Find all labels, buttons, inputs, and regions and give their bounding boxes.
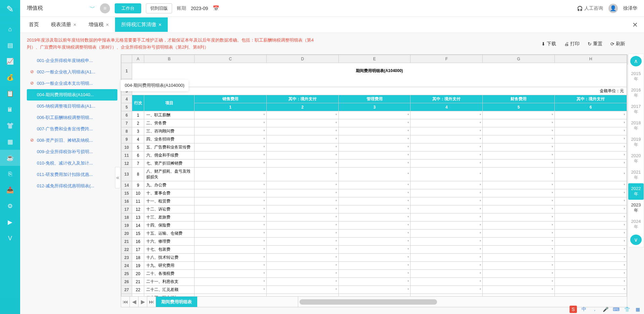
- data-cell[interactable]: *: [338, 181, 411, 189]
- col-header[interactable]: G: [483, 55, 555, 63]
- switch-old-button[interactable]: 切到旧版: [146, 3, 172, 13]
- data-cell[interactable]: *: [195, 151, 267, 160]
- ime-keyboard-icon[interactable]: ⌨: [612, 306, 620, 313]
- data-cell[interactable]: *: [483, 168, 555, 181]
- data-cell[interactable]: *: [266, 254, 338, 262]
- data-cell[interactable]: *: [266, 205, 338, 213]
- form-list-item[interactable]: 007-广告费和业务宣传费跨...: [27, 123, 117, 135]
- data-cell[interactable]: *: [338, 168, 411, 181]
- data-cell[interactable]: *: [195, 230, 267, 238]
- data-cell[interactable]: *: [411, 119, 483, 127]
- data-cell[interactable]: *: [338, 222, 411, 230]
- data-cell[interactable]: *: [555, 135, 627, 143]
- nav-table-icon[interactable]: ▦: [0, 134, 20, 150]
- data-cell[interactable]: *: [483, 230, 555, 238]
- data-cell[interactable]: *: [411, 270, 483, 278]
- data-cell[interactable]: *: [483, 119, 555, 127]
- data-cell[interactable]: *: [411, 286, 483, 294]
- close-icon[interactable]: ✕: [106, 22, 109, 27]
- data-cell[interactable]: *: [266, 168, 338, 181]
- data-cell[interactable]: *: [483, 262, 555, 270]
- data-cell[interactable]: *: [411, 262, 483, 270]
- data-cell[interactable]: *: [195, 197, 267, 205]
- data-cell[interactable]: *: [195, 181, 267, 189]
- year-down-icon[interactable]: ∨: [630, 235, 642, 245]
- data-cell[interactable]: *: [483, 213, 555, 222]
- sheet-tab[interactable]: 期间费用明细表: [156, 297, 197, 307]
- support-button[interactable]: 🎧 人工咨询: [577, 5, 603, 11]
- ime-logo-icon[interactable]: S: [570, 306, 577, 313]
- nav-inbox-icon[interactable]: 📥: [0, 182, 20, 198]
- data-cell[interactable]: *: [195, 205, 267, 213]
- data-cell[interactable]: *: [266, 197, 338, 205]
- data-cell[interactable]: *: [411, 294, 483, 297]
- data-cell[interactable]: *: [195, 270, 267, 278]
- refresh-button[interactable]: ⟳刷新: [610, 41, 625, 47]
- data-cell[interactable]: *: [411, 160, 483, 168]
- data-cell[interactable]: *: [483, 181, 555, 189]
- row-header[interactable]: 9: [121, 135, 132, 143]
- data-cell[interactable]: *: [555, 197, 627, 205]
- nav-active-icon[interactable]: ☕: [0, 150, 20, 166]
- data-cell[interactable]: *: [555, 262, 627, 270]
- row-header[interactable]: 16: [121, 197, 132, 205]
- form-list-item[interactable]: 005-纳税调整项目明细表(A1...: [27, 101, 117, 112]
- nav-export-icon[interactable]: ⎘: [0, 166, 20, 182]
- data-cell[interactable]: *: [411, 254, 483, 262]
- data-cell[interactable]: *: [555, 151, 627, 160]
- nav-calc-icon[interactable]: 🖩: [0, 102, 20, 118]
- form-list-item[interactable]: ⊘008-资产折旧、摊销及纳税...: [27, 135, 117, 146]
- data-cell[interactable]: *: [195, 238, 267, 246]
- row-header[interactable]: 28: [121, 294, 132, 297]
- data-cell[interactable]: *: [195, 143, 267, 151]
- col-header[interactable]: H: [555, 55, 627, 63]
- collapse-button[interactable]: «: [115, 167, 120, 188]
- data-cell[interactable]: *: [195, 160, 267, 168]
- data-cell[interactable]: *: [555, 205, 627, 213]
- data-cell[interactable]: *: [338, 205, 411, 213]
- row-header[interactable]: 7: [121, 119, 132, 127]
- data-cell[interactable]: *: [555, 127, 627, 135]
- form-list-item[interactable]: 012-减免所得税优惠明细表(...: [27, 180, 117, 192]
- data-cell[interactable]: *: [483, 254, 555, 262]
- data-cell[interactable]: *: [266, 119, 338, 127]
- data-cell[interactable]: *: [266, 270, 338, 278]
- row-header[interactable]: 6: [121, 111, 132, 119]
- data-cell[interactable]: *: [338, 119, 411, 127]
- data-cell[interactable]: *: [195, 111, 267, 119]
- col-header[interactable]: E: [338, 55, 411, 63]
- data-cell[interactable]: *: [555, 230, 627, 238]
- data-cell[interactable]: *: [338, 262, 411, 270]
- data-cell[interactable]: *: [411, 151, 483, 160]
- data-cell[interactable]: *: [338, 143, 411, 151]
- data-cell[interactable]: *: [411, 111, 483, 119]
- nav-clipboard-icon[interactable]: 📋: [0, 85, 20, 102]
- data-cell[interactable]: *: [483, 127, 555, 135]
- data-cell[interactable]: *: [555, 213, 627, 222]
- row-header[interactable]: 13: [121, 168, 132, 181]
- data-cell[interactable]: *: [483, 160, 555, 168]
- data-cell[interactable]: *: [338, 254, 411, 262]
- year-item[interactable]: 2023年: [628, 200, 644, 216]
- data-cell[interactable]: *: [411, 213, 483, 222]
- col-header[interactable]: B: [144, 55, 195, 63]
- data-cell[interactable]: *: [411, 143, 483, 151]
- year-item[interactable]: 2021年: [628, 167, 644, 183]
- data-cell[interactable]: *: [338, 270, 411, 278]
- nav-video-icon[interactable]: ▶: [0, 214, 20, 230]
- data-cell[interactable]: *: [483, 278, 555, 286]
- data-cell[interactable]: *: [411, 246, 483, 254]
- data-cell[interactable]: *: [555, 286, 627, 294]
- data-cell[interactable]: *: [266, 160, 338, 168]
- sheet-first-icon[interactable]: ⏮: [121, 297, 130, 307]
- data-cell[interactable]: *: [266, 213, 338, 222]
- row-header[interactable]: 8: [121, 127, 132, 135]
- form-list-item[interactable]: 010-免税、减计收入及加计...: [27, 158, 117, 169]
- year-item[interactable]: 2024年: [628, 216, 644, 233]
- data-cell[interactable]: *: [338, 286, 411, 294]
- data-cell[interactable]: *: [483, 143, 555, 151]
- row-header[interactable]: 23: [121, 254, 132, 262]
- data-cell[interactable]: *: [338, 160, 411, 168]
- data-cell[interactable]: *: [195, 246, 267, 254]
- data-cell[interactable]: *: [411, 230, 483, 238]
